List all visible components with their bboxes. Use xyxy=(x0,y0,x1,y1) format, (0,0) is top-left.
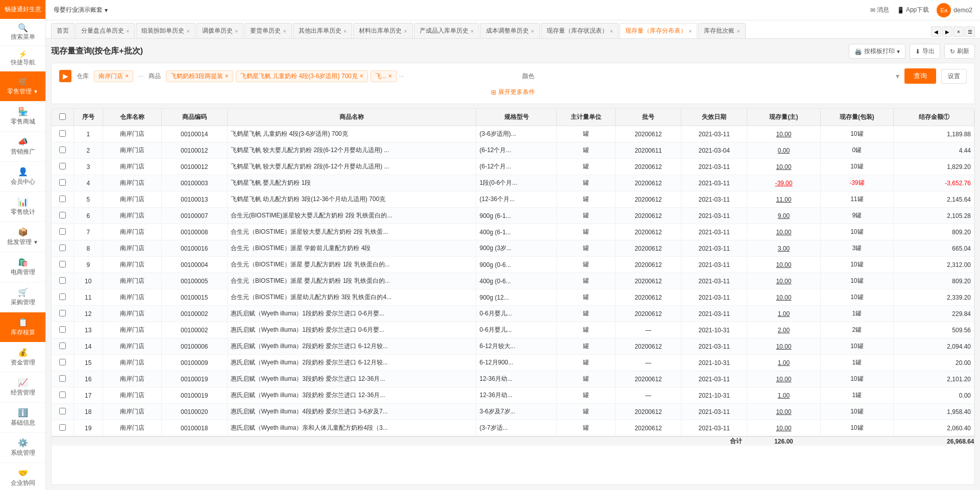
sidebar-item-enterprise[interactable]: 🤝 企业协同 xyxy=(0,463,45,490)
sidebar-item-batch-mgmt[interactable]: 📦 批发管理 ▼ xyxy=(0,222,45,252)
cell-checkbox-18[interactable] xyxy=(52,420,74,437)
tab-search[interactable]: 调拨单历史 × xyxy=(197,23,243,38)
tab-current-qty-dist[interactable]: 现存量（库存分布表） × xyxy=(620,23,697,38)
cell-qty-main-11[interactable]: 1.00 xyxy=(747,306,820,322)
tab-close-split-inventory[interactable]: × xyxy=(126,28,129,34)
color-dropdown-icon[interactable]: ▾ xyxy=(896,72,899,80)
cell-checkbox-0[interactable] xyxy=(52,126,74,142)
tab-close-other-out[interactable]: × xyxy=(344,28,347,34)
cell-qty-main-5[interactable]: 9.00 xyxy=(747,208,820,224)
query-btn[interactable]: 查询 xyxy=(904,68,936,84)
cell-qty-main-1[interactable]: 0.00 xyxy=(747,142,820,159)
cell-checkbox-13[interactable] xyxy=(52,338,74,355)
filter-nav-btn[interactable]: ▶ xyxy=(59,70,71,82)
sidebar-item-marketing[interactable]: 📣 营销推广 xyxy=(0,132,45,162)
message-btn[interactable]: ✉ 消息 xyxy=(870,6,889,14)
cell-checkbox-15[interactable] xyxy=(52,371,74,387)
cell-qty-main-14[interactable]: 1.00 xyxy=(747,355,820,371)
product-tag-p2[interactable]: 飞鹤星飞帆 儿童奶粉 4段(3-6岁适用) 700克 × xyxy=(236,70,368,82)
tab-home[interactable]: 首页 xyxy=(51,23,75,38)
cell-checkbox-10[interactable] xyxy=(52,289,74,306)
cell-qty-main-15[interactable]: 10.00 xyxy=(747,371,820,387)
expand-more-btn[interactable]: ⊞ 展开更多条件 xyxy=(59,86,967,99)
cell-checkbox-17[interactable] xyxy=(52,404,74,420)
tab-nav-close[interactable]: × xyxy=(953,27,964,37)
cell-checkbox-12[interactable] xyxy=(52,322,74,338)
account-selector[interactable]: 母婴行业演示账套 ▾ xyxy=(54,6,108,14)
cell-checkbox-9[interactable] xyxy=(52,273,74,289)
tab-close-requisition[interactable]: × xyxy=(283,28,286,34)
tab-close-qty-dist[interactable]: × xyxy=(689,28,692,34)
cell-checkbox-6[interactable] xyxy=(52,224,74,240)
remove-product-tag-p1[interactable]: × xyxy=(225,72,229,80)
cell-qty-main-3[interactable]: -39.00 xyxy=(747,175,820,191)
tab-close-batch-record[interactable]: × xyxy=(737,28,740,34)
tab-product-in[interactable]: 产成品入库单历史 × xyxy=(414,23,479,38)
tab-split-inventory[interactable]: 分量盘点单历史 × xyxy=(76,23,135,38)
cell-qty-main-8[interactable]: 10.00 xyxy=(747,257,820,273)
sidebar-item-retail-mgmt[interactable]: 🛒 零售管理 ▼ xyxy=(0,71,45,102)
cell-qty-main-17[interactable]: 10.00 xyxy=(747,404,820,420)
tab-cost-adjust[interactable]: 成本调整单历史 × xyxy=(480,23,540,38)
sidebar-item-retail-mall[interactable]: 🏪 零售商城 xyxy=(0,102,45,132)
cell-qty-main-13[interactable]: 10.00 xyxy=(747,338,820,355)
cell-qty-main-4[interactable]: 11.00 xyxy=(747,191,820,208)
tab-close-unpack[interactable]: × xyxy=(186,28,189,34)
cell-checkbox-4[interactable] xyxy=(52,191,74,208)
cell-qty-main-7[interactable]: 3.00 xyxy=(747,240,820,257)
tab-close-cost-adjust[interactable]: × xyxy=(531,28,534,34)
tab-close-qty-status[interactable]: × xyxy=(610,28,613,34)
sidebar-item-finance[interactable]: 💰 资金管理 xyxy=(0,342,45,373)
tab-other-out[interactable]: 其他出库单历史 × xyxy=(293,23,352,38)
user-area[interactable]: Ea demo2 xyxy=(937,3,972,17)
cell-checkbox-3[interactable] xyxy=(52,175,74,191)
cell-qty-main-9[interactable]: 10.00 xyxy=(747,273,820,289)
tab-nav-next[interactable]: ▶ xyxy=(942,27,952,37)
cell-qty-main-2[interactable]: 10.00 xyxy=(747,159,820,175)
cell-qty-main-18[interactable]: 10.00 xyxy=(747,420,820,437)
tab-unpack[interactable]: 组装拆卸单历史 × xyxy=(136,23,195,38)
export-btn[interactable]: ⬇ 导出 xyxy=(910,44,940,59)
tab-nav-menu[interactable]: ☰ xyxy=(965,27,975,37)
cell-qty-main-10[interactable]: 10.00 xyxy=(747,289,820,306)
app-download-btn[interactable]: 📱 App下载 xyxy=(897,6,929,14)
product-more-btn[interactable]: ··· xyxy=(399,72,404,80)
sidebar-item-basic-info[interactable]: ℹ️ 基础信息 xyxy=(0,403,45,433)
cell-checkbox-8[interactable] xyxy=(52,257,74,273)
tab-requisition[interactable]: 要货单历史 × xyxy=(244,23,291,38)
template-print-btn[interactable]: 🖨️ 按模板打印 ▾ xyxy=(849,44,905,59)
product-tag-p1[interactable]: 飞鹤奶粉3段两提装 × xyxy=(166,70,233,82)
tab-batch-record[interactable]: 库存批次账 × xyxy=(698,23,745,38)
cell-qty-main-16[interactable]: 1.00 xyxy=(747,387,820,404)
cell-checkbox-2[interactable] xyxy=(52,159,74,175)
cell-checkbox-7[interactable] xyxy=(52,240,74,257)
remove-product-tag-p3[interactable]: × xyxy=(388,72,392,80)
tab-material-out[interactable]: 材料出库单历史 × xyxy=(353,23,412,38)
sidebar-item-ecommerce[interactable]: 🛍️ 电商管理 xyxy=(0,252,45,282)
cell-checkbox-5[interactable] xyxy=(52,208,74,224)
select-all-checkbox[interactable] xyxy=(59,113,66,120)
sidebar-item-member[interactable]: 👤 会员中心 xyxy=(0,162,45,192)
sidebar-item-purchase[interactable]: 🛒 采购管理 xyxy=(0,282,45,312)
cell-checkbox-11[interactable] xyxy=(52,306,74,322)
sidebar-quick-nav[interactable]: ⚡ 快捷导航 xyxy=(0,46,45,71)
sidebar-search[interactable]: 🔍 搜索菜单 xyxy=(0,19,45,46)
cell-qty-main-12[interactable]: 2.00 xyxy=(747,322,820,338)
product-tag-p3[interactable]: 飞... × xyxy=(371,70,397,82)
cell-checkbox-14[interactable] xyxy=(52,355,74,371)
cell-qty-main-0[interactable]: 10.00 xyxy=(747,126,820,142)
tab-close-product-in[interactable]: × xyxy=(471,28,474,34)
tab-nav-prev[interactable]: ◀ xyxy=(931,27,941,37)
tab-current-qty-status[interactable]: 现存量（库存状况表） × xyxy=(541,23,619,38)
sidebar-item-operations[interactable]: 📈 经营管理 xyxy=(0,373,45,403)
sidebar-item-retail-stats[interactable]: 📊 零售统计 xyxy=(0,192,45,222)
remove-warehouse-tag[interactable]: × xyxy=(125,72,129,80)
remove-product-tag-p2[interactable]: × xyxy=(360,72,363,80)
tab-close-material-out[interactable]: × xyxy=(404,28,407,34)
cell-checkbox-16[interactable] xyxy=(52,387,74,404)
settings-btn[interactable]: 设置 xyxy=(941,69,967,84)
tab-close-search[interactable]: × xyxy=(235,28,238,34)
warehouse-tag-nanao[interactable]: 南岸门店 × xyxy=(94,70,133,82)
sidebar-item-sys-mgmt[interactable]: ⚙️ 系统管理 xyxy=(0,433,45,463)
refresh-btn[interactable]: ↻ 刷新 xyxy=(944,44,975,59)
